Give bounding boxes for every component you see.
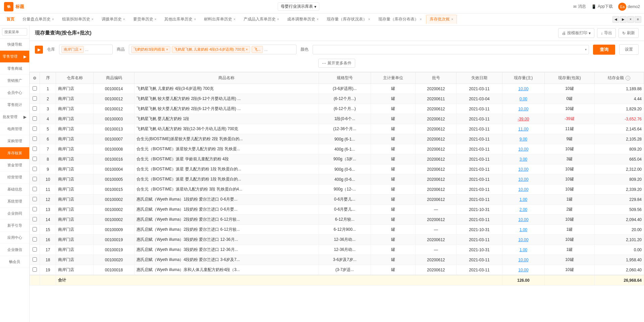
close-icon[interactable]: × (277, 17, 279, 21)
row-checkbox[interactable] (33, 267, 37, 272)
row-checkbox[interactable] (33, 187, 37, 191)
cell-qty-main[interactable]: 10.00 (502, 104, 545, 114)
expand-more-btn[interactable]: ⋯ 展开更多条件 (318, 59, 355, 68)
row-checkbox[interactable] (33, 167, 37, 171)
cell-checkbox[interactable] (30, 245, 40, 255)
close-icon[interactable]: × (233, 17, 235, 21)
nav-close-btn[interactable]: × (627, 16, 634, 23)
nav-prev-btn[interactable]: ◀ (612, 16, 619, 23)
row-checkbox[interactable] (33, 126, 37, 131)
sidebar-item-ecommerce[interactable]: 电商管理 (0, 123, 29, 135)
row-checkbox[interactable] (33, 157, 37, 161)
sidebar-item-app-center[interactable]: 应用中心 (0, 232, 29, 244)
row-checkbox[interactable] (33, 227, 37, 231)
close-icon[interactable]: × (52, 17, 54, 21)
tab-transfer[interactable]: 调拨单历史 × (98, 15, 129, 24)
tab-inventory-status[interactable]: 现存量（库存状况表） × (323, 15, 374, 24)
filter-toggle-btn[interactable]: ▶ (35, 46, 43, 54)
sidebar-item-finance[interactable]: 资金管理 (0, 159, 29, 171)
row-checkbox[interactable] (33, 96, 37, 101)
tab-batch-voucher[interactable]: 库存批次账 × (426, 15, 457, 24)
remove-warehouse-tag[interactable]: × (79, 48, 82, 51)
close-icon[interactable]: × (420, 17, 422, 21)
cell-checkbox[interactable] (30, 164, 40, 174)
app-download-btn[interactable]: 📱 App下载 (591, 4, 613, 9)
row-checkbox[interactable] (33, 86, 37, 91)
cell-qty-main[interactable]: 1.00 (502, 195, 545, 205)
cell-checkbox[interactable] (30, 154, 40, 164)
tab-inventory-dist[interactable]: 现存量（库存分布表） × (375, 15, 426, 24)
cell-qty-main[interactable]: 10.00 (502, 235, 545, 245)
user-avatar[interactable]: Ea demo2 (618, 3, 640, 11)
sidebar-item-member[interactable]: 会员中心 (0, 87, 29, 99)
cell-checkbox[interactable] (30, 174, 40, 184)
cell-qty-main[interactable]: 0.00 (502, 94, 545, 104)
cell-checkbox[interactable] (30, 265, 40, 275)
cell-qty-main[interactable]: 3.00 (502, 154, 545, 164)
cell-checkbox[interactable] (30, 225, 40, 235)
tab-requisition[interactable]: 要货单历史 × (129, 15, 160, 24)
cell-checkbox[interactable] (30, 134, 40, 144)
cell-qty-main[interactable]: 10.00 (502, 184, 545, 195)
remove-product-tag-2[interactable]: × (246, 48, 248, 51)
cell-checkbox[interactable] (30, 205, 40, 215)
row-checkbox[interactable] (33, 247, 37, 252)
cell-checkbox[interactable] (30, 84, 40, 94)
product-tag-3[interactable]: 飞... (252, 46, 263, 53)
sidebar-item-purchase[interactable]: 采购管理 (0, 135, 29, 147)
cell-qty-main[interactable]: 1.00 (502, 225, 545, 235)
product-tag-2[interactable]: 飞鹤星飞帆 儿童奶粉 4段(3-6岁适用) 700克 × (172, 46, 250, 53)
warehouse-filter-input[interactable]: 南岸门店 × ... (59, 45, 113, 54)
tab-cost-adjust[interactable]: 成本调整单历史 × (283, 15, 322, 24)
close-icon[interactable]: × (368, 17, 370, 21)
sidebar-item-retail[interactable]: 零售管理 ▶ (0, 51, 29, 63)
cell-checkbox[interactable] (30, 195, 40, 205)
color-filter-input[interactable]: ▾ (313, 45, 589, 54)
cell-qty-main[interactable]: 10.00 (502, 84, 545, 94)
sidebar-item-enterprise-wx[interactable]: 企业微信 (0, 244, 29, 256)
cell-qty-main[interactable]: 10.00 (502, 174, 545, 184)
row-checkbox[interactable] (33, 257, 37, 262)
cell-qty-main[interactable]: -39.00 (502, 114, 545, 124)
row-checkbox[interactable] (33, 237, 37, 241)
cell-qty-main[interactable]: 11.00 (502, 124, 545, 134)
row-checkbox[interactable] (33, 106, 37, 111)
close-icon[interactable]: × (123, 17, 125, 21)
settings-btn[interactable]: 设置 (619, 44, 639, 55)
product-filter-input[interactable]: 飞鹤奶粉3段丙搭装 × 飞鹤星飞帆 儿童奶粉 4段(3-6岁适用) 700克 ×… (129, 45, 297, 54)
cell-checkbox[interactable] (30, 184, 40, 195)
remove-product-tag-1[interactable]: × (166, 48, 168, 51)
row-checkbox[interactable] (33, 116, 37, 121)
cell-checkbox[interactable] (30, 124, 40, 134)
sidebar-item-operations[interactable]: 经营管理 (0, 171, 29, 183)
row-checkbox[interactable] (33, 147, 37, 151)
col-settings[interactable]: ⚙ (30, 72, 40, 84)
tab-split-inventory[interactable]: 分量盘点单历史 × (19, 15, 58, 24)
cell-checkbox[interactable] (30, 144, 40, 154)
cell-checkbox[interactable] (30, 104, 40, 114)
sidebar-item-retail-stats[interactable]: 零售统计 (0, 99, 29, 111)
search-input[interactable] (2, 28, 27, 36)
product-tag-1[interactable]: 飞鹤奶粉3段丙搭装 × (131, 46, 170, 53)
row-checkbox[interactable] (33, 137, 37, 141)
close-icon[interactable]: × (92, 17, 94, 21)
row-checkbox[interactable] (33, 207, 37, 211)
sidebar-item-system[interactable]: 系统管理 (0, 196, 29, 208)
sidebar-item-retail-store[interactable]: 零售商城 (0, 63, 29, 75)
warehouse-tag[interactable]: 南岸门店 × (61, 46, 84, 53)
template-print-btn[interactable]: 🖨 按模板打印 ▾ (558, 28, 594, 38)
cell-qty-main[interactable]: 9.00 (502, 134, 545, 144)
cell-checkbox[interactable] (30, 215, 40, 225)
tab-home[interactable]: 首页 (3, 15, 18, 24)
cell-qty-main[interactable]: 10.00 (502, 265, 545, 275)
sidebar-item-wholesale[interactable]: 批发管理 ▶ (0, 111, 29, 123)
nav-menu-btn[interactable]: ≡ (635, 16, 641, 23)
nav-next-btn[interactable]: ▶ (620, 16, 627, 23)
query-btn[interactable]: 查询 (593, 45, 615, 55)
sidebar-item-marketing[interactable]: 营销推广 (0, 75, 29, 87)
cell-qty-main[interactable]: 2.00 (502, 205, 545, 215)
message-btn[interactable]: ✉ 消息 (573, 4, 586, 9)
cell-qty-main[interactable]: 10.00 (502, 164, 545, 174)
cell-checkbox[interactable] (30, 94, 40, 104)
close-icon[interactable]: × (317, 17, 319, 21)
